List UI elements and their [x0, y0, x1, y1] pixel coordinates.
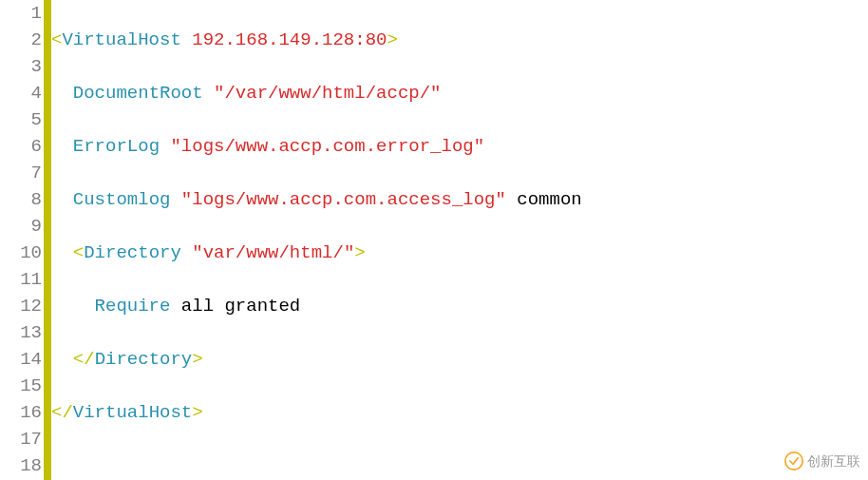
line-number: 3	[0, 53, 42, 80]
directive: Require	[95, 296, 181, 317]
code-line: Customlog "logs/www.accp.com.access_log"…	[51, 186, 604, 213]
watermark: 创新互联	[784, 448, 860, 474]
svg-point-0	[785, 452, 802, 470]
directive: ErrorLog	[73, 136, 171, 157]
change-marker-bar	[44, 0, 51, 480]
tag-attr: "var/www/html/"	[192, 242, 354, 263]
bracket-close: >	[192, 349, 202, 370]
bracket-open: </	[51, 402, 73, 423]
code-line	[51, 452, 604, 479]
watermark-logo-icon	[784, 451, 803, 470]
code-line: </VirtualHost>	[51, 399, 604, 426]
directive-arg: all granted	[181, 296, 300, 317]
line-number: 5	[0, 106, 42, 133]
directive: DocumentRoot	[73, 83, 214, 104]
line-number-gutter: 1 2 3 4 5 6 7 8 9 10 11 12 13 14 15 16 1…	[0, 0, 44, 480]
directive: Customlog	[73, 189, 181, 210]
code-editor: 1 2 3 4 5 6 7 8 9 10 11 12 13 14 15 16 1…	[0, 0, 868, 480]
tag-name: Directory	[84, 242, 192, 263]
code-content[interactable]: <VirtualHost 192.168.149.128:80> Documen…	[51, 0, 604, 480]
directive-value: "logs/www.accp.com.error_log"	[170, 136, 484, 157]
line-number: 14	[0, 346, 42, 373]
line-number: 12	[0, 293, 42, 319]
code-line: </Directory>	[51, 346, 604, 373]
line-number: 7	[0, 160, 42, 186]
line-number: 9	[0, 213, 42, 240]
bracket-open: <	[51, 29, 62, 50]
directive-value: "logs/www.accp.com.access_log"	[181, 189, 506, 210]
code-line: <VirtualHost 192.168.149.128:80>	[51, 27, 604, 53]
tag-name: VirtualHost	[73, 402, 192, 423]
vhost-address: 192.168.149.128:80	[192, 29, 387, 50]
directive-value: "/var/www/html/accp/"	[214, 83, 441, 104]
code-line: ErrorLog "logs/www.accp.com.error_log"	[51, 133, 604, 160]
line-number: 15	[0, 373, 42, 399]
code-line: Require all granted	[51, 293, 604, 319]
watermark-text: 创新互联	[807, 448, 860, 474]
line-number: 2	[0, 27, 42, 53]
line-number: 4	[0, 80, 42, 106]
line-number: 8	[0, 186, 42, 213]
bracket-open: <	[73, 242, 84, 263]
code-line: DocumentRoot "/var/www/html/accp/"	[51, 80, 604, 106]
bracket-open: </	[73, 349, 95, 370]
directive-arg: common	[506, 189, 582, 210]
code-line: <Directory "var/www/html/">	[51, 240, 604, 266]
line-number: 11	[0, 266, 42, 293]
line-number: 6	[0, 133, 42, 160]
line-number: 10	[0, 240, 42, 266]
tag-name: VirtualHost	[62, 29, 192, 50]
bracket-close: >	[192, 402, 202, 423]
line-number: 18	[0, 452, 42, 479]
bracket-close: >	[387, 29, 397, 50]
line-number: 13	[0, 319, 42, 346]
tag-name: Directory	[95, 349, 193, 370]
bracket-close: >	[354, 242, 365, 263]
line-number: 1	[0, 0, 42, 27]
line-number: 17	[0, 426, 42, 452]
line-number: 16	[0, 399, 42, 426]
